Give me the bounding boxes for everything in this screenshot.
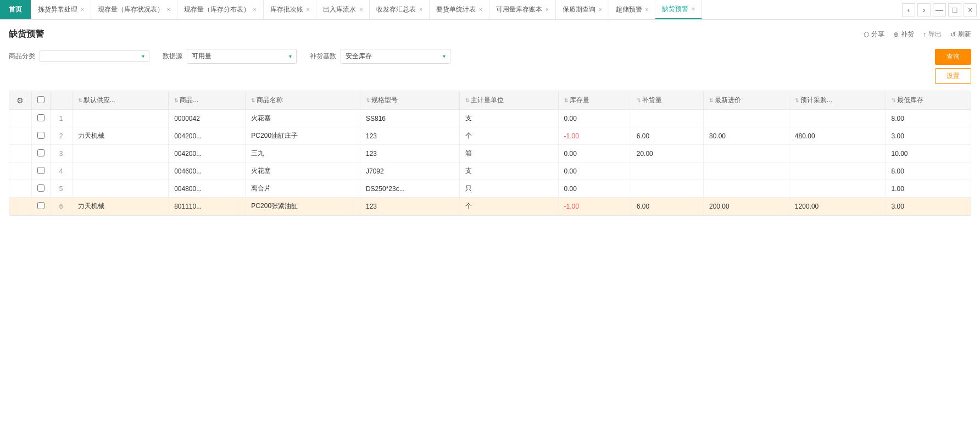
supplement-label: 补货 — [901, 30, 914, 39]
row-spec-2: 123 — [360, 145, 459, 163]
col-sort-icon-spec[interactable]: ⇅规格型号 — [366, 96, 398, 104]
tab-close-available[interactable]: × — [545, 7, 549, 13]
row-supplier-3 — [72, 163, 169, 180]
sort-indicator: ⇅ — [564, 98, 569, 103]
row-select-1[interactable] — [37, 132, 44, 139]
tab-close-collection[interactable]: × — [419, 7, 422, 13]
category-select[interactable]: ▾ — [40, 51, 149, 62]
tab-abnormal[interactable]: 拣货异常处理× — [31, 0, 91, 19]
sort-indicator: ⇅ — [251, 98, 255, 103]
row-select-5[interactable] — [37, 202, 44, 209]
row-unit-4: 只 — [459, 180, 558, 198]
row-product_name-5: PC200张紧油缸 — [246, 198, 360, 215]
row-gear-2 — [9, 145, 31, 163]
col-sort-icon-supplement_qty[interactable]: ⇅补货量 — [637, 96, 662, 104]
col-sort-icon-estimated_purchase[interactable]: ⇅预计采购... — [795, 96, 832, 104]
tab-inout-flow[interactable]: 出入库流水× — [316, 0, 370, 19]
supplement-base-label: 补货基数 — [310, 52, 336, 61]
row-latest_price-5: 200.00 — [703, 198, 789, 215]
row-product_name-1: PC200油缸庄子 — [246, 127, 360, 145]
tab-close-shortage[interactable]: × — [692, 6, 695, 12]
tab-next-button[interactable]: › — [917, 3, 931, 16]
col-sort-icon-product_name[interactable]: ⇅商品名称 — [251, 96, 283, 104]
tab-close-inventory-dist[interactable]: × — [253, 7, 257, 13]
select-all-checkbox[interactable] — [37, 96, 44, 103]
share-action[interactable]: ⬡ 分享 — [864, 30, 884, 39]
settings-button[interactable]: 设置 — [935, 68, 971, 84]
row-product_name-4: 离合片 — [246, 180, 360, 198]
row-stock-5: -1.00 — [558, 198, 631, 215]
window-maximize-button[interactable]: □ — [948, 3, 961, 16]
col-sort-icon-min_stock[interactable]: ⇅最低库存 — [892, 96, 923, 104]
tab-close-requisition[interactable]: × — [479, 7, 482, 13]
tab-close-abnormal[interactable]: × — [81, 7, 84, 13]
col-spec: ⇅规格型号 — [360, 91, 459, 110]
tab-requisition[interactable]: 要货单统计表× — [430, 0, 489, 19]
row-min_stock-3: 8.00 — [886, 163, 971, 180]
row-no-4: 5 — [50, 180, 72, 198]
tab-prev-button[interactable]: ‹ — [902, 3, 915, 16]
tab-close-inout-flow[interactable]: × — [359, 7, 363, 13]
supplement-base-select[interactable]: 安全库存 ▾ — [341, 49, 450, 64]
row-no-1: 2 — [50, 127, 72, 145]
sort-indicator: ⇅ — [892, 98, 896, 103]
row-select-2[interactable] — [37, 149, 44, 156]
main-content: 缺货预警 ⬡ 分享 ⊕ 补货 ↑ 导出 ↺ 刷新 商品分类 — [0, 20, 980, 437]
tab-label-overstock: 超储预警 — [616, 5, 642, 14]
col-unit: ⇅主计量单位 — [459, 91, 558, 110]
tab-label-shortage: 缺货预警 — [662, 4, 688, 14]
row-product_code-1: 004200... — [169, 127, 246, 145]
row-no-2: 3 — [50, 145, 72, 163]
row-product_name-3: 火花塞 — [246, 163, 360, 180]
tab-label-collection: 收发存汇总表 — [376, 5, 416, 14]
tab-shortage[interactable]: 缺货预警× — [655, 0, 702, 19]
refresh-label: 刷新 — [958, 30, 971, 39]
tab-overstock[interactable]: 超储预警× — [609, 0, 656, 19]
tab-close-batch-account[interactable]: × — [307, 7, 310, 13]
tab-label-inout-flow: 出入库流水 — [323, 5, 356, 14]
row-no-5: 6 — [50, 198, 72, 215]
tab-batch-account[interactable]: 库存批次账× — [264, 0, 317, 19]
supplement-base-arrow-icon: ▾ — [443, 53, 446, 59]
row-select-4[interactable] — [37, 184, 44, 192]
tab-available[interactable]: 可用量库存账本× — [489, 0, 556, 19]
supplement-action[interactable]: ⊕ 补货 — [893, 30, 914, 39]
table-row: 2力天机械004200...PC200油缸庄子123个-1.006.0080.0… — [9, 127, 971, 145]
query-button[interactable]: 查询 — [935, 49, 971, 65]
tab-close-expiry[interactable]: × — [599, 7, 602, 13]
datasource-label: 数据源 — [163, 52, 182, 61]
row-select-0[interactable] — [37, 114, 44, 121]
tab-inventory-status[interactable]: 现存量（库存状况表）× — [91, 0, 177, 19]
col-sort-icon-unit[interactable]: ⇅主计量单位 — [465, 96, 504, 104]
col-sort-icon-latest_price[interactable]: ⇅最新进价 — [709, 96, 741, 104]
gear-icon[interactable]: ⚙ — [16, 96, 24, 105]
share-label: 分享 — [871, 30, 884, 39]
tab-collection[interactable]: 收发存汇总表× — [370, 0, 430, 19]
table-row: 4004600...火花塞J7092支0.008.00 — [9, 163, 971, 180]
tab-label-requisition: 要货单统计表 — [436, 5, 476, 14]
col-sort-icon-supplier[interactable]: ⇅默认供应... — [78, 96, 115, 104]
row-checkbox-3 — [31, 163, 50, 180]
refresh-action[interactable]: ↺ 刷新 — [950, 30, 971, 39]
export-action[interactable]: ↑ 导出 — [923, 30, 942, 39]
tab-label-expiry: 保质期查询 — [563, 5, 595, 14]
table-row: 10000042火花塞SS816支0.008.00 — [9, 110, 971, 127]
tab-close-overstock[interactable]: × — [645, 7, 649, 13]
row-select-3[interactable] — [37, 167, 44, 174]
col-sort-icon-stock[interactable]: ⇅库存量 — [564, 96, 589, 104]
table-row: 3004200...三九123箱0.0020.0010.00 — [9, 145, 971, 163]
header-actions: ⬡ 分享 ⊕ 补货 ↑ 导出 ↺ 刷新 — [864, 30, 971, 39]
tab-inventory-dist[interactable]: 现存量（库存分布表）× — [177, 0, 264, 19]
tab-expiry[interactable]: 保质期查询× — [556, 0, 609, 19]
tab-home[interactable]: 首页 — [0, 0, 31, 19]
datasource-select[interactable]: 可用量 ▾ — [187, 49, 297, 64]
tab-close-inventory-status[interactable]: × — [167, 7, 170, 13]
share-icon: ⬡ — [864, 31, 869, 38]
col-sort-icon-product_code[interactable]: ⇅商品... — [174, 96, 198, 104]
window-close-button[interactable]: × — [964, 3, 977, 16]
row-spec-4: DS250*23c... — [360, 180, 459, 198]
row-stock-3: 0.00 — [558, 163, 631, 180]
row-supplement_qty-2: 20.00 — [631, 145, 703, 163]
window-minimize-button[interactable]: — — [933, 3, 946, 16]
row-spec-3: J7092 — [360, 163, 459, 180]
